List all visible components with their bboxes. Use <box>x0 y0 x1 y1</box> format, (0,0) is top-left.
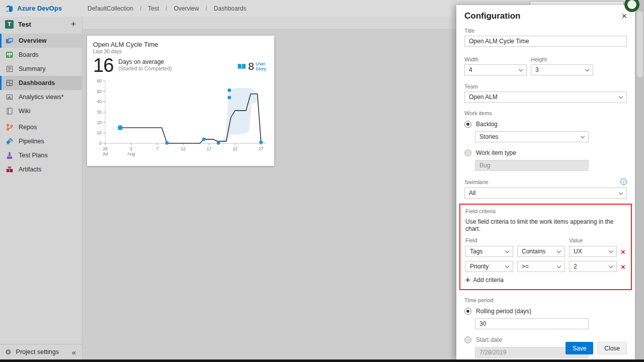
remove-criteria-icon[interactable]: × <box>621 263 625 270</box>
breadcrumb-hub[interactable]: Overview <box>174 5 199 12</box>
project-name: Test <box>18 21 31 28</box>
rolling-period-radio-label: Rolling period (days) <box>476 308 531 315</box>
backlog-select[interactable]: Stories <box>475 131 589 142</box>
work-items-label: Work items <box>464 110 627 116</box>
criteria-field-select-2[interactable]: Priority <box>465 261 513 272</box>
title-input[interactable] <box>464 36 627 47</box>
svg-text:22: 22 <box>232 146 237 151</box>
backlog-radio-label: Backlog <box>476 121 498 128</box>
widget-title: Open ALM Cycle Time <box>93 41 268 48</box>
start-date-radio[interactable] <box>464 336 471 343</box>
sidebar-item-repos[interactable]: Repos <box>0 120 82 134</box>
remove-criteria-icon[interactable]: × <box>621 248 625 255</box>
sidebar: T Test + Overview <box>0 17 83 359</box>
sidebar-item-boards[interactable]: Boards <box>0 48 82 62</box>
breadcrumb-collection[interactable]: DefaultCollection <box>88 5 133 12</box>
rolling-period-radio-row: Rolling period (days) <box>464 308 627 315</box>
svg-text:Jul: Jul <box>103 151 108 156</box>
swimlane-select[interactable]: All <box>464 188 627 199</box>
brand[interactable]: Azure DevOps <box>0 5 83 13</box>
artifacts-icon <box>6 165 14 173</box>
backlog-radio[interactable] <box>464 121 471 128</box>
svg-text:40: 40 <box>97 99 102 104</box>
save-button[interactable]: Save <box>566 342 593 354</box>
info-icon[interactable]: i <box>620 178 627 185</box>
field-criteria-label: Field criteria <box>465 208 626 214</box>
criteria-operator-select-1[interactable]: Contains <box>517 246 565 257</box>
work-item-count: 8 User Story <box>237 60 268 72</box>
azure-devops-logo-icon <box>5 5 13 13</box>
sidebar-item-label: Repos <box>19 124 37 131</box>
sidebar-item-analytics-views[interactable]: Analytics views* <box>0 90 82 104</box>
sidebar-item-label: Summary <box>19 65 45 72</box>
plus-icon[interactable]: + <box>70 20 76 29</box>
criteria-value-select-1[interactable]: UX <box>569 246 617 257</box>
sidebar-item-test-plans[interactable]: Test Plans <box>0 148 82 162</box>
criteria-value-select-2[interactable]: 2 <box>569 261 617 272</box>
add-criteria-button[interactable]: + Add criteria <box>465 276 626 284</box>
work-item-type-radio[interactable] <box>464 149 471 156</box>
time-period-label: Time period <box>464 297 627 303</box>
average-days-label: Days on average <box>118 58 172 65</box>
team-label: Team <box>464 83 627 89</box>
sidebar-item-dashboards[interactable]: Dashboards <box>0 76 82 90</box>
svg-text:50: 50 <box>97 89 102 94</box>
count-value: 8 <box>248 60 254 72</box>
collapse-sidebar-icon[interactable]: « <box>72 348 76 356</box>
analytics-views-icon <box>6 93 14 101</box>
breadcrumb-separator: / <box>205 5 207 12</box>
sidebar-item-wiki[interactable]: Wiki <box>0 104 82 118</box>
height-label: Height <box>531 56 593 62</box>
chevron-down-icon <box>519 67 523 71</box>
sidebar-item-label: Boards <box>19 51 39 58</box>
close-icon[interactable]: × <box>621 11 627 21</box>
close-button[interactable]: Close <box>597 342 627 354</box>
sidebar-item-label: Artifacts <box>19 166 41 173</box>
start-date-radio-label: Start date <box>476 336 502 343</box>
chevron-down-icon <box>609 248 613 252</box>
dashboards-icon <box>6 79 14 87</box>
breadcrumb-project[interactable]: Test <box>148 5 159 12</box>
svg-text:60: 60 <box>97 78 102 83</box>
field-criteria-description: Use field criteria to limit the work ite… <box>465 218 626 232</box>
width-select[interactable]: 4 <box>464 64 527 75</box>
svg-text:27: 27 <box>259 146 264 151</box>
rolling-period-radio[interactable] <box>464 308 471 315</box>
rolling-period-input[interactable] <box>475 318 589 329</box>
cycle-time-chart: 010203040506028Jul2Aug712172227 <box>93 77 268 157</box>
chevron-down-icon <box>581 134 585 138</box>
widget-stats: 16 Days on average (Started to Completed… <box>93 56 268 75</box>
breadcrumb-separator: / <box>166 5 167 12</box>
screen: Azure DevOps DefaultCollection / Test / … <box>0 0 644 362</box>
team-select[interactable]: Open ALM <box>464 92 627 103</box>
sidebar-item-label: Test Plans <box>19 152 48 159</box>
panel-title: Configuration <box>464 11 520 21</box>
chevron-down-icon <box>609 263 613 267</box>
overview-icon <box>6 37 14 45</box>
panel-scrollbar[interactable] <box>635 0 644 359</box>
scrollbar-thumb[interactable] <box>637 11 643 77</box>
breadcrumb: DefaultCollection / Test / Overview / Da… <box>88 5 247 12</box>
sidebar-item-overview[interactable]: Overview <box>0 34 82 48</box>
sidebar-item-pipelines[interactable]: Pipelines <box>0 134 82 148</box>
svg-text:10: 10 <box>97 130 102 135</box>
panel-header: Configuration × <box>464 11 627 21</box>
window-bottom-edge <box>0 359 644 362</box>
work-item-type-input <box>475 160 589 171</box>
chevron-down-icon <box>557 263 561 267</box>
svg-text:12: 12 <box>181 146 186 151</box>
backlog-radio-row: Backlog <box>464 121 627 128</box>
work-item-type-radio-row: Work item type <box>464 149 627 156</box>
project-row[interactable]: T Test + <box>0 17 82 32</box>
sidebar-item-label: Analytics views* <box>19 94 64 101</box>
height-select[interactable]: 3 <box>531 64 593 75</box>
breadcrumb-page[interactable]: Dashboards <box>214 5 247 12</box>
criteria-field-select-1[interactable]: Tags <box>465 246 513 257</box>
project-settings[interactable]: ⚙ Project settings « <box>0 344 82 359</box>
criteria-operator-select-2[interactable]: >= <box>517 261 565 272</box>
svg-text:Aug: Aug <box>127 151 135 156</box>
cycle-time-widget[interactable]: Open ALM Cycle Time Last 30 days 16 Days… <box>87 36 274 166</box>
breadcrumb-separator: / <box>140 5 141 12</box>
sidebar-item-artifacts[interactable]: Artifacts <box>0 162 82 176</box>
sidebar-item-summary[interactable]: Summary <box>0 62 82 76</box>
